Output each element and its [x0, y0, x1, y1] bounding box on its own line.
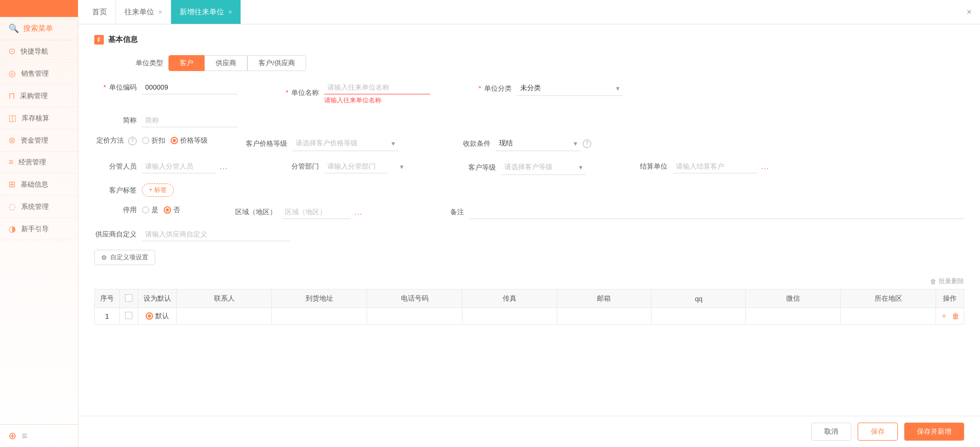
cell-email[interactable]	[557, 308, 652, 325]
contact-input[interactable]	[181, 312, 267, 320]
wechat-input[interactable]	[750, 312, 836, 320]
tab-home[interactable]: 首页	[84, 0, 116, 24]
unit-category-select[interactable]: 未分类 ▾	[517, 81, 623, 96]
sidebar-item-finance[interactable]: ⊛ 资金管理	[0, 129, 78, 152]
sidebar-item-system[interactable]: ◌ 系统管理	[0, 196, 78, 218]
region-input[interactable]	[282, 205, 351, 219]
disable-radios: 是 否	[142, 205, 180, 215]
sidebar-item-inventory[interactable]: ◫ 库存核算	[0, 107, 78, 129]
sidebar-item-basic-info[interactable]: ⊞ 基础信息	[0, 173, 78, 196]
col-seq: 序号	[95, 290, 120, 308]
sidebar-item-purchase[interactable]: ⊓ 采购管理	[0, 85, 78, 107]
settlement-input[interactable]	[673, 160, 758, 173]
pricing-help-icon[interactable]: ?	[128, 137, 137, 145]
save-add-button[interactable]: 保存并新增	[904, 423, 964, 441]
col-check[interactable]	[120, 290, 138, 308]
department-arrow: ▾	[400, 163, 404, 171]
cell-qq[interactable]	[652, 308, 746, 325]
pricing-radio-discount[interactable]: 折扣	[142, 136, 165, 145]
sidebar-bottom: ⊕ ≡	[0, 424, 78, 447]
pricing-radio-level[interactable]: 价格等级	[171, 136, 208, 145]
cancel-button[interactable]: 取消	[811, 423, 851, 441]
customer-price-select[interactable]: 请选择客户价格等级 ▾	[292, 136, 398, 151]
default-label: 默认	[155, 311, 169, 321]
unit-name-field: * 单位名称 请输入往来单位名称	[277, 81, 457, 105]
sidebar-item-beginner[interactable]: ◑ 新手引导	[0, 218, 78, 240]
sidebar-bottom-icon1[interactable]: ⊕	[8, 430, 16, 442]
unit-type-label: 单位类型	[126, 58, 168, 68]
cell-phone[interactable]	[367, 308, 462, 325]
table-row: 1 默认	[95, 308, 964, 325]
fax-input[interactable]	[467, 312, 553, 320]
radio-circle-level	[171, 137, 178, 144]
search-icon: 🔍	[8, 23, 19, 33]
payment-terms-select[interactable]: 现结 ▾	[496, 136, 581, 151]
sidebar-search-item[interactable]: 🔍 搜索菜单	[0, 17, 78, 40]
customer-level-field: 客户等级 请选择客户等级 ▾	[459, 160, 618, 175]
tab-new-partner-label: 新增往来单位	[180, 7, 224, 17]
cell-wechat[interactable]	[746, 308, 841, 325]
qq-input[interactable]	[656, 312, 741, 320]
select-all-checkbox[interactable]	[125, 294, 132, 302]
sidebar-bottom-icon2[interactable]: ≡	[22, 431, 28, 442]
address-input[interactable]	[276, 312, 362, 320]
batch-delete-bar[interactable]: 🗑 批量删除	[94, 274, 964, 289]
row-checkbox[interactable]	[125, 312, 132, 319]
manager-input[interactable]	[142, 160, 216, 173]
col-region: 所在地区	[841, 290, 936, 308]
short-name-label: 简称	[94, 116, 142, 125]
disable-radio-no[interactable]: 否	[164, 205, 180, 215]
form-row-7: 供应商自定义	[94, 227, 964, 241]
department-input[interactable]	[324, 160, 388, 173]
add-row-icon[interactable]: ＋	[940, 311, 948, 321]
region-ellipsis[interactable]: …	[351, 207, 366, 217]
payment-terms-label: 收款条件	[448, 139, 496, 148]
tab-partners-close[interactable]: ×	[158, 8, 162, 16]
content-area: F 基本信息 单位类型 客户 供应商 客户/供应商 * 单位编码	[78, 24, 980, 416]
supplier-custom-input[interactable]	[142, 227, 290, 241]
sidebar-item-quick-nav[interactable]: ⊙ 快捷导航	[0, 40, 78, 63]
phone-input[interactable]	[371, 312, 458, 320]
form-row-1: * 单位编码 * 单位名称 请输入往来单位名称	[94, 81, 964, 105]
region-row-input[interactable]	[845, 312, 931, 320]
customer-level-select[interactable]: 请选择客户等级 ▾	[501, 160, 586, 175]
email-input[interactable]	[562, 312, 647, 320]
close-all-icon[interactable]: ×	[967, 7, 972, 17]
unit-type-both-btn[interactable]: 客户/供应商	[247, 55, 306, 71]
unit-type-supplier-btn[interactable]: 供应商	[204, 55, 247, 71]
custom-settings-label: 自定义项设置	[110, 253, 148, 262]
payment-terms-field: 收款条件 现结 ▾ ?	[448, 136, 628, 151]
tab-partners-label: 往来单位	[124, 7, 154, 17]
disable-radio-yes[interactable]: 是	[142, 205, 158, 215]
remark-input[interactable]	[469, 205, 964, 219]
save-button[interactable]: 保存	[858, 423, 898, 441]
cell-contact[interactable]	[177, 308, 272, 325]
manager-ellipsis[interactable]: …	[216, 162, 231, 171]
cell-region[interactable]	[841, 308, 936, 325]
settlement-ellipsis[interactable]: …	[758, 162, 772, 171]
payment-help-icon[interactable]: ?	[583, 139, 591, 148]
short-name-input[interactable]	[142, 113, 237, 127]
default-radio[interactable]: 默认	[142, 311, 172, 321]
add-tag-btn[interactable]: + 标签	[142, 183, 174, 197]
delete-row-icon[interactable]: 🗑	[952, 312, 959, 320]
unit-name-input[interactable]	[324, 81, 430, 94]
cell-address[interactable]	[272, 308, 367, 325]
sidebar-item-sales[interactable]: ◎ 销售管理	[0, 63, 78, 85]
unit-code-input[interactable]	[142, 81, 237, 94]
tab-new-partner-close[interactable]: ×	[228, 8, 232, 16]
tab-partners[interactable]: 往来单位 ×	[116, 0, 171, 24]
custom-settings-btn[interactable]: ⚙ 自定义项设置	[94, 250, 155, 265]
department-arrow-btn[interactable]: ▾	[388, 163, 404, 171]
customer-price-level-field: 客户价格等级 请选择客户价格等级 ▾	[245, 136, 435, 151]
sidebar-item-operation[interactable]: ≡ 经营管理	[0, 152, 78, 173]
cell-check[interactable]	[120, 308, 138, 325]
col-wechat: 微信	[746, 290, 841, 308]
cell-fax[interactable]	[462, 308, 557, 325]
tab-new-partner[interactable]: 新增往来单位 ×	[171, 0, 241, 24]
cell-default[interactable]: 默认	[138, 308, 177, 325]
col-default: 设为默认	[138, 290, 177, 308]
sidebar-item-label: 采购管理	[20, 91, 48, 101]
unit-type-customer-btn[interactable]: 客户	[168, 55, 204, 71]
sidebar-item-label: 资金管理	[21, 136, 48, 145]
